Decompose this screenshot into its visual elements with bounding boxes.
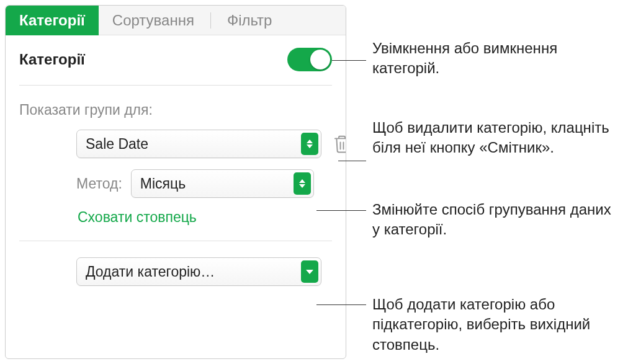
method-select[interactable]: Місяць bbox=[131, 169, 314, 198]
leader-line bbox=[332, 60, 366, 61]
callout-toggle: Увімкнення або вимкнення категорій. bbox=[372, 38, 621, 79]
delete-category-button[interactable] bbox=[333, 134, 346, 154]
hide-column-link[interactable]: Сховати стовпець bbox=[76, 209, 197, 225]
categories-panel: Категорії Сортування Фільтр Категорії По… bbox=[5, 5, 346, 359]
callouts-area: Увімкнення або вимкнення категорій. Щоб … bbox=[372, 0, 621, 364]
add-category-select[interactable]: Додати категорію… bbox=[76, 257, 321, 286]
leader-line bbox=[316, 304, 366, 305]
hide-column-row: Сховати стовпець bbox=[19, 209, 332, 241]
callout-trash: Щоб видалити категорію, клацніть біля не… bbox=[372, 118, 621, 158]
leader-line bbox=[316, 210, 366, 211]
method-select-value: Місяць bbox=[140, 175, 186, 192]
leader-line bbox=[338, 161, 366, 161]
callout-method: Змінюйте спосіб групування даних у катег… bbox=[372, 200, 621, 240]
tab-divider bbox=[210, 12, 211, 29]
header-row: Категорії bbox=[19, 48, 332, 86]
add-row: Додати категорію… bbox=[19, 241, 332, 286]
add-category-label: Додати категорію… bbox=[86, 264, 215, 280]
column-row: Sale Date bbox=[19, 130, 332, 158]
trash-icon bbox=[333, 134, 346, 154]
callout-add: Щоб додати категорію або підкатегорію, в… bbox=[372, 295, 621, 355]
groups-section: Показати групи для: Sale Date Метод: bbox=[19, 86, 332, 286]
column-select[interactable]: Sale Date bbox=[76, 130, 321, 158]
panel-body: Категорії Показати групи для: Sale Date bbox=[6, 35, 346, 298]
toggle-knob bbox=[310, 50, 330, 69]
column-select-value: Sale Date bbox=[86, 136, 148, 153]
chevron-down-icon bbox=[301, 260, 318, 283]
categories-toggle[interactable] bbox=[287, 48, 332, 71]
updown-icon bbox=[301, 133, 318, 155]
tab-bar: Категорії Сортування Фільтр bbox=[6, 6, 346, 35]
header-title: Категорії bbox=[19, 51, 85, 68]
tab-sorting[interactable]: Сортування bbox=[99, 6, 208, 35]
updown-icon bbox=[294, 172, 311, 195]
tab-categories[interactable]: Категорії bbox=[6, 6, 99, 35]
show-groups-label: Показати групи для: bbox=[19, 102, 332, 118]
method-label: Метод: bbox=[76, 175, 122, 192]
tab-filter[interactable]: Фільтр bbox=[213, 6, 286, 35]
method-row: Метод: Місяць bbox=[19, 169, 332, 198]
